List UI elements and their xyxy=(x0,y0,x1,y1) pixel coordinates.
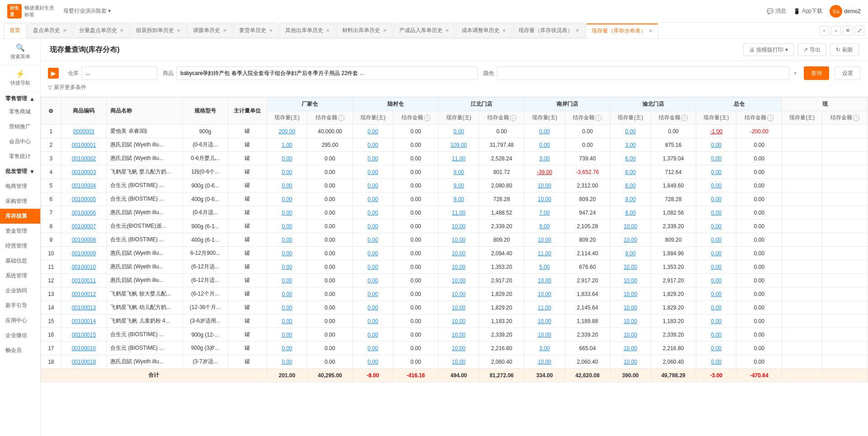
cell-w1-qty[interactable]: 0.00 xyxy=(267,314,307,328)
cell-w2-qty[interactable]: 0.00 xyxy=(353,342,393,355)
cell-w5-qty[interactable]: 8.00 xyxy=(610,179,651,192)
cell-w3-qty[interactable]: 10.00 xyxy=(439,247,479,260)
sidebar-item-weixin[interactable]: 企业微信 xyxy=(0,328,40,343)
cell-code[interactable]: 00100011 xyxy=(61,274,107,287)
cell-w3-qty[interactable]: 10.00 xyxy=(439,287,479,301)
cell-w2-qty[interactable]: 0.00 xyxy=(353,206,393,220)
cell-w5-qty[interactable]: 10.00 xyxy=(610,328,651,342)
cell-w3-qty[interactable]: 0.00 xyxy=(439,125,479,138)
cell-w3-qty[interactable]: 11.00 xyxy=(439,152,479,165)
cell-code[interactable]: 00100005 xyxy=(61,192,107,206)
cell-total-qty[interactable]: 0.00 xyxy=(696,233,736,247)
cell-w1-qty[interactable]: 0.00 xyxy=(267,165,307,179)
tab-cost-adjust[interactable]: 成本调整单历史 ✕ xyxy=(456,23,512,38)
cell-code[interactable]: 00100006 xyxy=(61,206,107,220)
cell-w3-qty[interactable]: 9.00 xyxy=(439,192,479,206)
cell-w4-qty[interactable]: 5.00 xyxy=(524,260,565,274)
cell-w4-qty[interactable]: 10.00 xyxy=(524,287,565,301)
search-btn[interactable]: 查询 xyxy=(804,66,829,80)
tab-assemble[interactable]: 组装拆卸单历史 ✕ xyxy=(130,23,186,38)
cell-total-qty[interactable]: 0.00 xyxy=(696,192,736,206)
cell-w2-qty[interactable]: 0.00 xyxy=(353,355,393,369)
cell-code[interactable]: 0000003 xyxy=(61,125,107,138)
cell-w1-qty[interactable]: 0.00 xyxy=(267,274,307,287)
cell-w5-qty[interactable]: 10.00 xyxy=(610,233,651,247)
cell-total-qty[interactable]: 0.00 xyxy=(696,138,736,152)
cell-total-qty[interactable]: 0.00 xyxy=(696,314,736,328)
close-tab-transfer[interactable]: ✕ xyxy=(223,28,226,33)
close-tab-purchase[interactable]: ✕ xyxy=(269,28,273,33)
user-info[interactable]: Ea demo2 xyxy=(830,5,861,18)
close-tab-finished[interactable]: ✕ xyxy=(445,28,449,33)
cell-w5-qty[interactable]: 10.00 xyxy=(610,274,651,287)
industry-selector[interactable]: 母婴行业演示陈套 ▾ xyxy=(63,7,111,15)
cell-w5-qty[interactable]: 10.00 xyxy=(610,342,651,355)
cell-w2-qty[interactable]: 0.00 xyxy=(353,233,393,247)
close-tab-split[interactable]: ✕ xyxy=(120,28,123,33)
sidebar-item-vip[interactable]: 畅会员 xyxy=(0,343,40,358)
cell-w4-qty[interactable]: 7.00 xyxy=(524,206,565,220)
cell-w4-qty[interactable]: 3.00 xyxy=(524,152,565,165)
cell-w3-qty[interactable]: 10.00 xyxy=(439,274,479,287)
close-tab-assemble[interactable]: ✕ xyxy=(177,28,180,33)
tab-next-btn[interactable]: › xyxy=(831,26,841,36)
cell-w5-qty[interactable]: 3.00 xyxy=(610,138,651,152)
messages-btn[interactable]: 💬 消息 xyxy=(767,7,786,15)
cell-w1-qty[interactable]: 0.00 xyxy=(267,328,307,342)
cell-w1-qty[interactable]: 0.00 xyxy=(267,179,307,192)
close-tab-cost[interactable]: ✕ xyxy=(502,28,506,33)
expand-more-conditions[interactable]: ▽ 展开更多条件 xyxy=(48,84,861,91)
cell-w1-qty[interactable]: 0.00 xyxy=(267,220,307,233)
cell-w3-qty[interactable]: 9.00 xyxy=(439,165,479,179)
sidebar-item-apps[interactable]: 应用中心 xyxy=(0,313,40,328)
cell-code[interactable]: 00100007 xyxy=(61,220,107,233)
cell-w2-qty[interactable]: 0.00 xyxy=(353,314,393,328)
cell-code[interactable]: 00100003 xyxy=(61,165,107,179)
cell-w1-qty[interactable]: 0.00 xyxy=(267,192,307,206)
cell-w5-qty[interactable]: 10.00 xyxy=(610,301,651,314)
cell-w3-qty[interactable]: 10.00 xyxy=(439,301,479,314)
close-tab-stock-status[interactable]: ✕ xyxy=(576,28,579,33)
cell-total-qty[interactable]: 0.00 xyxy=(696,247,736,260)
sidebar-item-wholesale[interactable]: 批发管理 ▼ xyxy=(0,164,40,179)
cell-code[interactable]: 00100012 xyxy=(61,287,107,301)
cell-w1-qty[interactable]: 200.00 xyxy=(267,125,307,138)
sidebar-item-system[interactable]: 系统管理 xyxy=(0,268,40,283)
cell-w5-qty[interactable]: 10.00 xyxy=(610,260,651,274)
cell-w3-qty[interactable]: 10.00 xyxy=(439,328,479,342)
tab-close-btn[interactable]: ✕ xyxy=(843,26,853,36)
sidebar-item-retail-shop[interactable]: 零售商城 xyxy=(0,104,40,119)
cell-code[interactable]: 00100016 xyxy=(61,342,107,355)
tab-material-out[interactable]: 材料出库单历史 ✕ xyxy=(336,23,392,38)
cell-total-qty[interactable]: 0.00 xyxy=(696,342,736,355)
cell-w2-qty[interactable]: 0.00 xyxy=(353,287,393,301)
sidebar-item-nav[interactable]: ⚡ 快捷导航 xyxy=(0,65,40,91)
tab-purchase-order[interactable]: 要货单历史 ✕ xyxy=(233,23,278,38)
cell-w2-qty[interactable]: 0.00 xyxy=(353,165,393,179)
cell-total-qty[interactable]: 0.00 xyxy=(696,301,736,314)
tab-split-inventory[interactable]: 分量盘点单历史 ✕ xyxy=(73,23,129,38)
cell-total-qty[interactable]: 0.00 xyxy=(696,260,736,274)
cell-w3-qty[interactable]: 10.00 xyxy=(439,260,479,274)
cell-w2-qty[interactable]: 0.00 xyxy=(353,274,393,287)
cell-w4-qty[interactable]: 9.00 xyxy=(524,220,565,233)
cell-w4-qty[interactable]: 0.00 xyxy=(524,125,565,138)
cell-total-qty[interactable]: 0.00 xyxy=(696,165,736,179)
cell-code[interactable]: 00100002 xyxy=(61,152,107,165)
cell-code[interactable]: 00100010 xyxy=(61,260,107,274)
cell-code[interactable]: 00100004 xyxy=(61,179,107,192)
cell-w2-qty[interactable]: 0.00 xyxy=(353,138,393,152)
cell-w3-qty[interactable]: 9.00 xyxy=(439,179,479,192)
close-tab-material[interactable]: ✕ xyxy=(383,28,387,33)
tab-stock-dist[interactable]: 现存量（库存分布表） ✕ xyxy=(586,23,658,38)
cell-w5-qty[interactable]: 9.00 xyxy=(610,192,651,206)
cell-total-qty[interactable]: 0.00 xyxy=(696,328,736,342)
cell-w1-qty[interactable]: 0.00 xyxy=(267,206,307,220)
sidebar-item-retail[interactable]: 零售管理 ▲ xyxy=(0,91,40,104)
cell-w3-qty[interactable]: 11.00 xyxy=(439,206,479,220)
info-w3-amt[interactable]: i xyxy=(510,115,516,121)
tab-inventory-single[interactable]: 盘点单历史 ✕ xyxy=(27,23,72,38)
cell-w4-qty[interactable]: 10.00 xyxy=(524,274,565,287)
cell-code[interactable]: 00100008 xyxy=(61,233,107,247)
cell-w2-qty[interactable]: 0.00 xyxy=(353,179,393,192)
